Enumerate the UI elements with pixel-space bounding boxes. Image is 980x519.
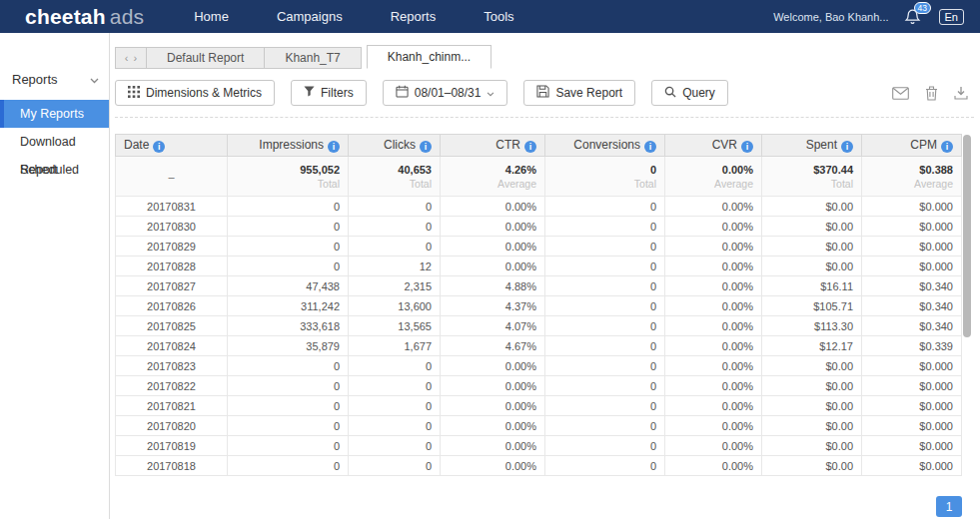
cell-cpm: $0.000 bbox=[862, 197, 962, 217]
summary-row: –955,052Total40,653Total4.26%Average0Tot… bbox=[116, 157, 962, 197]
cell-conversions: 0 bbox=[545, 356, 665, 376]
cell-cpm: $0.000 bbox=[862, 376, 962, 396]
nav-item-tools[interactable]: Tools bbox=[484, 9, 513, 24]
info-icon[interactable]: i bbox=[420, 141, 432, 153]
column-header-spent[interactable]: Spenti bbox=[762, 135, 862, 157]
nav-item-reports[interactable]: Reports bbox=[391, 9, 437, 24]
cell-clicks: 0 bbox=[349, 456, 441, 476]
nav-item-campaigns[interactable]: Campaigns bbox=[277, 9, 343, 24]
column-label: Impressions bbox=[259, 138, 324, 152]
cell-cpm: $0.000 bbox=[862, 257, 962, 276]
cell-date: 20170820 bbox=[116, 416, 228, 436]
summary-cell-spent: $370.44Total bbox=[762, 157, 862, 197]
tab-khanh-chinm[interactable]: Khanh_chinm... bbox=[367, 45, 491, 69]
cell-conversions: 0 bbox=[545, 396, 665, 416]
table-row: 20170825333,61813,5654.07%00.00%$113.30$… bbox=[116, 316, 962, 336]
notification-badge: 43 bbox=[914, 2, 931, 14]
filters-button[interactable]: Filters bbox=[291, 80, 367, 106]
info-icon[interactable]: i bbox=[524, 141, 536, 153]
cell-cpm: $0.340 bbox=[862, 316, 962, 336]
info-icon[interactable]: i bbox=[153, 141, 165, 153]
cell-clicks: 12 bbox=[349, 257, 441, 276]
query-label: Query bbox=[682, 86, 715, 100]
info-icon[interactable]: i bbox=[941, 141, 953, 153]
dimensions-metrics-button[interactable]: Dimensions & Metrics bbox=[115, 80, 275, 106]
cell-conversions: 0 bbox=[545, 237, 665, 257]
funnel-icon bbox=[304, 86, 315, 100]
sidebar-item-download-report[interactable]: Download Report bbox=[0, 128, 109, 156]
summary-cell-cvr: 0.00%Average bbox=[665, 157, 762, 197]
table-row: 20170826311,24213,6004.37%00.00%$105.71$… bbox=[116, 296, 962, 316]
cell-spent: $12.17 bbox=[762, 336, 862, 356]
tab-default-report[interactable]: Default Report bbox=[146, 47, 265, 69]
nav-item-home[interactable]: Home bbox=[194, 9, 229, 24]
table-row: 2017082747,4382,3154.88%00.00%$16.11$0.3… bbox=[116, 276, 962, 296]
column-header-cpm[interactable]: CPMi bbox=[862, 135, 962, 157]
column-header-ctr[interactable]: CTRi bbox=[441, 135, 545, 157]
cell-cvr: 0.00% bbox=[665, 276, 762, 296]
cell-ctr: 0.00% bbox=[441, 456, 545, 476]
cell-cpm: $0.000 bbox=[862, 396, 962, 416]
cell-cpm: $0.340 bbox=[862, 276, 962, 296]
column-header-date[interactable]: Datei bbox=[116, 135, 228, 157]
logo[interactable]: cheetahads bbox=[25, 5, 144, 29]
pagination-page-1-button[interactable]: 1 bbox=[936, 496, 962, 517]
cell-clicks: 13,600 bbox=[349, 296, 441, 316]
report-table: DateiImpressionsiClicksiCTRiConversionsi… bbox=[115, 134, 962, 476]
cell-conversions: 0 bbox=[545, 376, 665, 396]
sidebar-item-my-reports[interactable]: My Reports bbox=[0, 100, 109, 128]
cell-clicks: 2,315 bbox=[349, 276, 441, 296]
table-row: 20170823000.00%00.00%$0.00$0.000 bbox=[116, 356, 962, 376]
info-icon[interactable]: i bbox=[841, 141, 853, 153]
dimensions-metrics-label: Dimensions & Metrics bbox=[146, 86, 262, 100]
cell-spent: $0.00 bbox=[762, 436, 862, 456]
info-icon[interactable]: i bbox=[741, 141, 753, 153]
info-icon[interactable]: i bbox=[328, 141, 340, 153]
cell-ctr: 0.00% bbox=[441, 237, 545, 257]
tab-scroll-arrows: ‹ › bbox=[115, 47, 147, 69]
sidebar-item-scheduled[interactable]: Scheduled bbox=[0, 156, 109, 184]
cell-date: 20170830 bbox=[116, 217, 228, 237]
summary-cell-conversions: 0Total bbox=[545, 157, 665, 197]
cell-date: 20170822 bbox=[116, 376, 228, 396]
column-label: Date bbox=[124, 138, 149, 152]
cell-date: 20170825 bbox=[116, 316, 228, 336]
cell-date: 20170824 bbox=[116, 336, 228, 356]
cell-spent: $0.00 bbox=[762, 456, 862, 476]
info-icon[interactable]: i bbox=[644, 141, 656, 153]
cell-spent: $0.00 bbox=[762, 356, 862, 376]
welcome-user-menu[interactable]: Welcome, Bao Khanh... bbox=[773, 11, 888, 23]
tab-scroll-left-icon[interactable]: ‹ bbox=[125, 53, 129, 64]
cell-date: 20170831 bbox=[116, 197, 228, 217]
save-report-button[interactable]: Save Report bbox=[523, 80, 635, 106]
date-range-label: 08/01–08/31 bbox=[415, 86, 482, 100]
cell-cvr: 0.00% bbox=[665, 416, 762, 436]
table-row: 20170829000.00%00.00%$0.00$0.000 bbox=[116, 237, 962, 257]
column-header-cvr[interactable]: CVRi bbox=[665, 135, 762, 157]
sidebar-section-reports[interactable]: Reports bbox=[0, 67, 109, 91]
query-button[interactable]: Query bbox=[651, 80, 728, 106]
column-header-conversions[interactable]: Conversionsi bbox=[545, 135, 665, 157]
vertical-scrollbar-thumb[interactable] bbox=[963, 135, 971, 337]
tab-scroll-right-icon[interactable]: › bbox=[134, 53, 138, 64]
email-icon[interactable] bbox=[892, 87, 909, 100]
cell-clicks: 0 bbox=[349, 436, 441, 456]
summary-cell-date: – bbox=[116, 157, 228, 197]
language-button[interactable]: En bbox=[939, 9, 964, 25]
cell-cvr: 0.00% bbox=[665, 456, 762, 476]
tab-khanh-t7[interactable]: Khanh_T7 bbox=[264, 47, 361, 69]
cell-cvr: 0.00% bbox=[665, 197, 762, 217]
trash-icon[interactable] bbox=[925, 86, 938, 101]
cell-date: 20170819 bbox=[116, 436, 228, 456]
grid-icon bbox=[128, 86, 140, 101]
cell-conversions: 0 bbox=[545, 197, 665, 217]
cell-spent: $0.00 bbox=[762, 396, 862, 416]
download-icon[interactable] bbox=[954, 86, 968, 100]
table-row: 20170818000.00%00.00%$0.00$0.000 bbox=[116, 456, 962, 476]
table-row: 20170831000.00%00.00%$0.00$0.000 bbox=[116, 197, 962, 217]
notifications-bell-icon[interactable]: 43 bbox=[904, 8, 924, 26]
column-header-impressions[interactable]: Impressionsi bbox=[228, 135, 349, 157]
date-range-button[interactable]: 08/01–08/31 bbox=[383, 80, 508, 106]
cell-spent: $0.00 bbox=[762, 237, 862, 257]
column-header-clicks[interactable]: Clicksi bbox=[349, 135, 441, 157]
